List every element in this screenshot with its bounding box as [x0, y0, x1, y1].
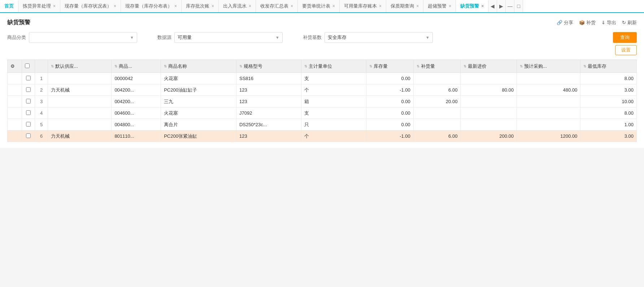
row-min-stock-2: 10.00 [580, 96, 637, 107]
row-checkbox-3[interactable] [22, 107, 35, 119]
category-select-arrow: ▼ [130, 35, 134, 40]
tab-home[interactable]: 首页 [0, 0, 18, 13]
tab-abnormal-close[interactable]: × [53, 4, 56, 9]
replenish-icon: 📦 [579, 20, 585, 25]
row-supplier-0 [48, 73, 112, 84]
share-action[interactable]: 🔗 分享 [557, 19, 573, 26]
row-replenish-1: 6.00 [413, 84, 461, 96]
row-est-purchase-1: 480.00 [517, 84, 580, 96]
col-latest-price: ⇅ 最新进价 [461, 60, 517, 73]
col-replenish-label: 补货量 [421, 63, 435, 70]
row-check-input-5[interactable] [26, 133, 31, 138]
row-code-4: 004800... [112, 119, 161, 131]
row-replenish-3 [413, 107, 461, 119]
col-latest-price-label: 最新进价 [468, 63, 487, 70]
export-action[interactable]: ⇓ 导出 [601, 19, 616, 26]
datasource-label: 数据源 [157, 34, 171, 41]
page-title-row: 缺货预警 🔗 分享 📦 补货 ⇓ 导出 ↻ 刷新 [7, 19, 637, 26]
replenish-action[interactable]: 📦 补货 [579, 19, 596, 26]
row-name-3: 火花塞 [161, 107, 236, 119]
row-min-stock-0: 8.00 [580, 73, 637, 84]
row-checkbox-1[interactable] [22, 84, 35, 96]
row-checkbox-2[interactable] [22, 96, 35, 107]
replenish-base-select-arrow: ▼ [426, 35, 430, 40]
row-code-1: 004200... [112, 84, 161, 96]
col-min-stock: ⇅ 最低库存 [580, 60, 637, 73]
tab-inventory-status[interactable]: 现存量（库存状况表） × [60, 0, 121, 12]
filter-row-1: 商品分类 ▼ 数据源 可用量 ▼ 补货基数 [7, 32, 607, 43]
name-sort-icon: ⇅ [164, 64, 167, 68]
query-button[interactable]: 查询 [613, 32, 637, 43]
row-checkbox-4[interactable] [22, 119, 35, 131]
row-latest-price-2 [461, 96, 517, 107]
tab-collect-close[interactable]: × [291, 4, 293, 9]
col-stock-label: 库存量 [374, 63, 388, 70]
row-check-input-2[interactable] [26, 99, 31, 103]
col-unit-label: 主计量单位 [309, 63, 332, 70]
tab-batch[interactable]: 库存批次账 × [182, 0, 219, 12]
col-settings[interactable]: ⚙ [8, 60, 22, 73]
row-supplier-3 [48, 107, 112, 119]
row-spec-2: 123 [236, 96, 301, 107]
replenish-base-label: 补货基数 [303, 34, 322, 41]
refresh-label: 刷新 [627, 19, 637, 26]
row-check-input-4[interactable] [26, 122, 31, 127]
tab-shortage-close[interactable]: × [481, 4, 484, 9]
row-code-3: 004600... [112, 107, 161, 119]
row-latest-price-1: 80.00 [461, 84, 517, 96]
tab-inventory-status-close[interactable]: × [114, 4, 116, 9]
tab-abnormal[interactable]: 拣货异常处理 × [18, 0, 60, 12]
tab-expiry[interactable]: 保质期查询 × [386, 0, 423, 12]
tab-maximize-button[interactable]: □ [514, 0, 523, 13]
tab-available-close[interactable]: × [379, 4, 382, 9]
replenish-sort-icon: ⇅ [417, 64, 419, 68]
tab-overstock[interactable]: 超储预警 × [423, 0, 456, 12]
tab-inventory-dist-label: 现存量（库存分布表） [125, 3, 172, 9]
row-check-input-1[interactable] [26, 87, 31, 92]
row-spec-4: DS250*23c... [236, 119, 301, 131]
filter-group-replenish: 补货基数 安全库存 ▼ [303, 32, 433, 43]
row-latest-price-3 [461, 107, 517, 119]
tab-bar: 首页 拣货异常处理 × 现存量（库存状况表） × 现存量（库存分布表） × 库存… [0, 0, 644, 13]
table-row: 6 力天机械 801110... PC200张紧油缸 123 个 -1.00 6… [8, 131, 637, 142]
filters-container: 商品分类 ▼ 数据源 可用量 ▼ 补货基数 [7, 32, 637, 55]
replenish-base-select[interactable]: 安全库存 ▼ [325, 32, 433, 43]
settings-button[interactable]: 设置 [615, 45, 637, 55]
row-check-input-3[interactable] [26, 110, 31, 115]
tab-next-button[interactable]: ▶ [497, 0, 506, 13]
row-index-0: 1 [35, 73, 48, 84]
filters-right: 查询 设置 [613, 32, 637, 55]
row-stock-3: 0.00 [366, 107, 414, 119]
code-sort-icon: ⇅ [114, 64, 117, 68]
col-checkbox [22, 60, 35, 73]
tab-order-stats[interactable]: 要货单统计表 × [298, 0, 340, 12]
tab-inventory-dist-close[interactable]: × [174, 4, 177, 9]
row-check-input-0[interactable] [26, 76, 31, 80]
row-checkbox-5[interactable] [22, 131, 35, 142]
datasource-select[interactable]: 可用量 ▼ [174, 32, 283, 43]
tab-expiry-close[interactable]: × [416, 4, 419, 9]
tab-inout-flow-label: 出入库流水 [223, 3, 247, 9]
col-code-label: 商品... [119, 63, 132, 70]
row-name-2: 三九 [161, 96, 236, 107]
row-code-2: 004200... [112, 96, 161, 107]
tab-prev-button[interactable]: ◀ [488, 0, 497, 13]
tab-order-stats-close[interactable]: × [332, 4, 335, 9]
tab-inventory-dist[interactable]: 现存量（库存分布表） × [121, 0, 182, 12]
row-min-stock-3: 8.00 [580, 107, 637, 119]
min-stock-sort-icon: ⇅ [583, 64, 586, 68]
tab-collect[interactable]: 收发存汇总表 × [256, 0, 298, 12]
tab-batch-close[interactable]: × [212, 4, 214, 9]
tab-inout-flow-close[interactable]: × [249, 4, 251, 9]
refresh-action[interactable]: ↻ 刷新 [622, 19, 637, 26]
tab-available[interactable]: 可用量库存账本 × [340, 0, 386, 12]
tab-shortage[interactable]: 缺货预警 × [456, 0, 488, 13]
row-settings-4 [8, 119, 22, 131]
tab-minimize-button[interactable]: — [506, 0, 514, 13]
category-select[interactable]: ▼ [29, 32, 137, 43]
tab-overstock-close[interactable]: × [449, 4, 451, 9]
row-min-stock-4: 1.00 [580, 119, 637, 131]
tab-inout-flow[interactable]: 出入库流水 × [219, 0, 256, 12]
row-checkbox-0[interactable] [22, 73, 35, 84]
select-all-checkbox[interactable] [25, 63, 30, 68]
